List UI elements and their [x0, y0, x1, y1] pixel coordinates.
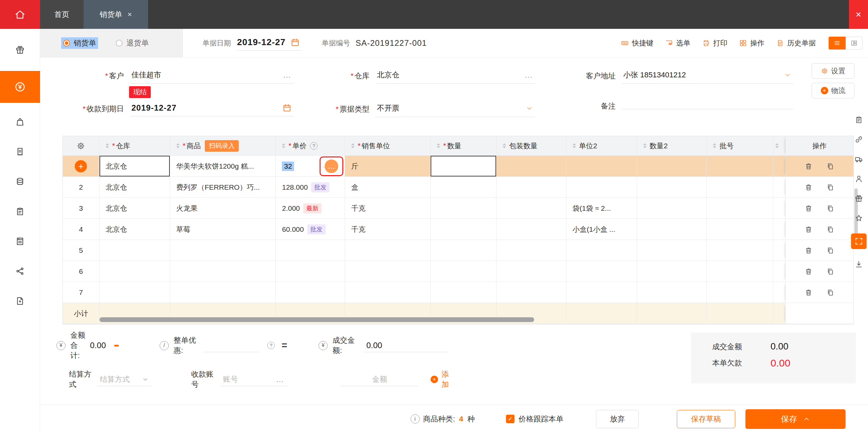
warehouse-cell[interactable] — [100, 282, 170, 303]
batch-cell[interactable] — [707, 219, 773, 240]
sale-unit-cell[interactable]: 斤 — [345, 156, 431, 177]
unit2-cell[interactable] — [566, 282, 637, 303]
price-cell[interactable] — [276, 240, 345, 261]
settle-method-select[interactable]: 结算方式 — [97, 373, 151, 386]
abandon-button[interactable]: 放弃 — [596, 410, 639, 428]
deal-amount-field[interactable]: 0.00 — [364, 339, 449, 352]
price-input-selected-text[interactable]: 32 — [282, 162, 294, 171]
rail-delivery-button[interactable] — [854, 155, 863, 164]
collapse-minus-icon[interactable] — [114, 345, 119, 346]
unit2-cell[interactable] — [566, 156, 637, 177]
chevron-up-icon[interactable] — [803, 415, 810, 423]
radio-return-order[interactable]: 退货单 — [116, 38, 149, 48]
qty-cell[interactable] — [431, 177, 496, 198]
remark-field[interactable] — [622, 103, 793, 109]
tool-select-doc[interactable]: 选单 — [665, 38, 690, 48]
price-cell[interactable] — [276, 282, 345, 303]
column-header-qty2[interactable]: 数量2 — [637, 136, 707, 156]
price-cell[interactable]: 60.000批发 — [276, 219, 345, 240]
column-header-price[interactable]: * 单价 ? — [276, 136, 345, 156]
pack-qty-cell[interactable] — [496, 282, 566, 303]
warehouse-cell[interactable]: 北京仓 — [100, 219, 170, 240]
sort-icon[interactable] — [176, 143, 180, 148]
sidebar-item-new-doc[interactable] — [0, 292, 40, 310]
batch-cell[interactable] — [707, 198, 773, 219]
sort-icon[interactable] — [573, 143, 576, 148]
doc-date-field[interactable]: 2019-12-27 — [236, 36, 302, 51]
price-more-button[interactable]: … — [325, 159, 338, 173]
price-cell[interactable] — [276, 261, 345, 282]
receipt-account-field[interactable]: 账号 … — [220, 373, 287, 386]
qty2-cell[interactable] — [637, 240, 707, 261]
warehouse-cell[interactable]: 北京仓 — [100, 198, 170, 219]
qty2-cell[interactable] — [637, 198, 707, 219]
unit2-cell[interactable]: 小盒(1小盒 ... — [566, 219, 637, 240]
column-header-batch[interactable]: 批号 — [707, 136, 773, 156]
rail-link-button[interactable] — [854, 135, 863, 144]
copy-row-button[interactable] — [826, 162, 834, 170]
sort-icon[interactable] — [351, 143, 355, 148]
radio-sales-order[interactable]: 销货单 — [61, 37, 98, 49]
chevron-down-icon[interactable] — [142, 376, 149, 383]
product-cell[interactable]: 火龙果 — [170, 198, 276, 219]
warehouse-field[interactable]: 北京仓 … — [376, 68, 535, 84]
unit2-cell[interactable] — [566, 261, 637, 282]
unit2-cell[interactable] — [566, 240, 637, 261]
chevron-down-icon[interactable] — [526, 105, 533, 112]
address-field[interactable]: 小张 18513401212 — [622, 68, 793, 84]
tool-shortcuts[interactable]: 快捷键 — [621, 38, 653, 48]
qty2-cell[interactable] — [637, 156, 707, 177]
sort-icon[interactable] — [437, 143, 440, 148]
delete-row-button[interactable] — [804, 162, 813, 170]
copy-row-button[interactable] — [826, 225, 834, 233]
price-cell[interactable]: 32 … — [276, 156, 345, 177]
sidebar-item-receipt[interactable] — [0, 143, 40, 161]
sidebar-item-inventory[interactable] — [0, 203, 40, 220]
help-icon[interactable]: ? — [310, 142, 318, 150]
warehouse-cell[interactable] — [100, 240, 170, 261]
sale-unit-cell[interactable]: 千克 — [345, 198, 431, 219]
qty-cell[interactable] — [431, 282, 496, 303]
add-row-button[interactable]: + — [75, 160, 87, 172]
column-header-warehouse[interactable]: * 仓库 — [100, 136, 170, 156]
warehouse-cell[interactable] — [100, 261, 170, 282]
delete-row-button[interactable] — [804, 288, 813, 297]
rail-form-button[interactable] — [854, 115, 863, 124]
column-header-product[interactable]: * 商品 扫码录入 — [170, 136, 276, 156]
logistics-button[interactable]: + 物流 — [812, 83, 854, 98]
tool-print[interactable]: 打印 — [702, 38, 727, 48]
scan-entry-badge[interactable]: 扫码录入 — [205, 140, 239, 152]
sidebar-item-share[interactable] — [0, 262, 40, 280]
batch-cell[interactable] — [707, 240, 773, 261]
qty2-cell[interactable] — [637, 282, 707, 303]
sort-icon[interactable] — [713, 143, 716, 148]
pack-qty-cell[interactable] — [496, 261, 566, 282]
column-settings-cell[interactable] — [63, 136, 100, 156]
product-cell[interactable]: 费列罗（FERRERO）巧... — [170, 177, 276, 198]
warehouse-cell[interactable]: 北京仓 — [100, 177, 170, 198]
warehouse-cell[interactable]: 北京仓 — [100, 156, 170, 177]
qty-cell[interactable] — [431, 156, 496, 177]
horizontal-scrollbar[interactable] — [100, 317, 534, 322]
sidebar-item-sales-order[interactable] — [0, 71, 40, 103]
sidebar-item-purchase[interactable] — [0, 113, 40, 131]
save-draft-button[interactable]: 保存草稿 — [677, 410, 735, 428]
chevron-down-icon[interactable] — [784, 71, 791, 79]
customer-field[interactable]: 佳佳超市 … — [130, 68, 294, 84]
tab-close-icon[interactable]: × — [128, 10, 132, 19]
customer-more-icon[interactable]: … — [283, 70, 292, 80]
qty-cell[interactable] — [431, 198, 496, 219]
qty2-cell[interactable] — [637, 219, 707, 240]
sort-icon[interactable] — [282, 143, 285, 148]
copy-row-button[interactable] — [826, 267, 834, 276]
delete-row-button[interactable] — [804, 204, 813, 212]
view-list-button[interactable] — [829, 37, 846, 50]
order-discount-field[interactable] — [203, 339, 259, 352]
batch-cell[interactable] — [707, 282, 773, 303]
invoice-type-field[interactable]: 不开票 — [376, 101, 535, 117]
sidebar-item-ledger[interactable] — [0, 232, 40, 250]
pack-qty-cell[interactable] — [496, 156, 566, 177]
delete-row-button[interactable] — [804, 225, 813, 233]
batch-cell[interactable] — [707, 261, 773, 282]
delete-row-button[interactable] — [804, 246, 813, 255]
